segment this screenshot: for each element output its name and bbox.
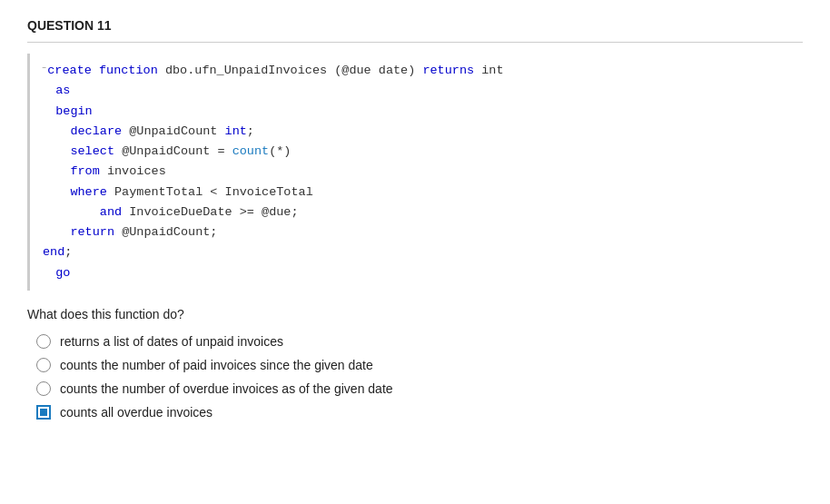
radio-2[interactable] (36, 358, 51, 372)
kw-and: and (100, 205, 129, 219)
kw-return: return (70, 225, 122, 239)
code-unpaidcount-assign: @UnpaidCount = (122, 144, 232, 158)
code-invoices: invoices (107, 164, 166, 178)
question-title: QUESTION 11 (27, 18, 803, 33)
kw-declare: declare (70, 124, 129, 138)
kw-as: as (55, 84, 70, 97)
question-text: What does this function do? (27, 307, 803, 321)
code-semi2: ; (64, 245, 72, 259)
code-block: ⁻create function dbo.ufn_UnpaidInvoices … (27, 54, 803, 291)
kw-create: create (47, 64, 99, 77)
question-container: QUESTION 11 ⁻create function dbo.ufn_Unp… (27, 18, 803, 420)
kw-from: from (70, 164, 107, 178)
code-return-val: @UnpaidCount; (122, 225, 217, 239)
options-list: returns a list of dates of unpaid invoic… (27, 334, 803, 420)
kw-go: go (55, 266, 70, 280)
kw-end: end (43, 245, 64, 259)
radio-3[interactable] (36, 381, 51, 396)
kw-returns: returns (422, 64, 481, 77)
kw-function: function (99, 64, 165, 77)
option-1-label: returns a list of dates of unpaid invoic… (60, 334, 283, 349)
code-unpaidcount-decl: @UnpaidCount (129, 124, 224, 138)
fn-count: count (232, 144, 270, 158)
radio-1[interactable] (36, 334, 51, 349)
option-4[interactable]: counts all overdue invoices (36, 405, 803, 420)
kw-select: select (70, 144, 122, 158)
code-condition2: InvoiceDueDate >= @due; (129, 205, 298, 219)
kw-where: where (70, 185, 114, 199)
code-condition1: PaymentTotal < InvoiceTotal (114, 185, 313, 199)
code-semi1: ; (247, 124, 254, 138)
code-plain: dbo.ufn_UnpaidInvoices (@due date) (165, 64, 423, 77)
option-1[interactable]: returns a list of dates of unpaid invoic… (36, 334, 803, 349)
option-4-label: counts all overdue invoices (60, 405, 212, 420)
kw-begin: begin (55, 104, 93, 118)
code-int: int (481, 64, 503, 77)
option-2[interactable]: counts the number of paid invoices since… (36, 358, 803, 372)
radio-4-selected[interactable] (36, 405, 51, 420)
option-3[interactable]: counts the number of overdue invoices as… (36, 381, 803, 396)
type-int: int (225, 124, 247, 138)
option-2-label: counts the number of paid invoices since… (60, 358, 373, 372)
code-star: (*) (269, 144, 291, 158)
divider (27, 42, 803, 43)
option-3-label: counts the number of overdue invoices as… (60, 381, 393, 396)
